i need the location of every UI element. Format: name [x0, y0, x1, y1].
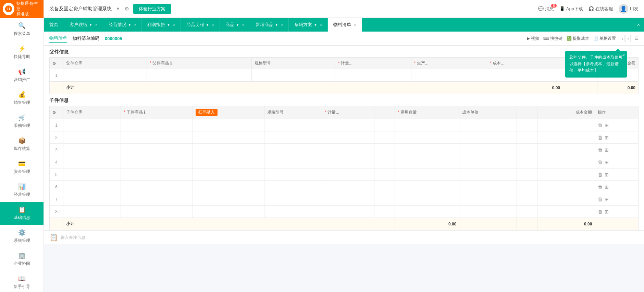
tooltip-close-btn[interactable]: ×	[622, 52, 625, 59]
sidebar-item-sales[interactable]: 💰 销售管理	[0, 87, 44, 110]
child-row-3-goods[interactable]	[121, 144, 193, 156]
copy-icon-3[interactable]: ⊞	[605, 147, 609, 153]
child-row-8-unitcost[interactable]	[459, 206, 517, 218]
child-row-2-unitcost[interactable]	[459, 131, 517, 144]
scan-btn[interactable]: 扫码录入	[196, 109, 218, 116]
child-row-4-unitcost[interactable]	[459, 156, 517, 168]
child-row-7-unit[interactable]	[322, 193, 374, 206]
tab-history-close[interactable]: ×	[212, 23, 214, 27]
copy-icon-2[interactable]: ⊞	[605, 135, 609, 140]
delete-icon-2[interactable]: 🗑	[598, 135, 603, 140]
tab-home[interactable]: 首页	[44, 18, 64, 32]
action-shortcut[interactable]: ⌨ 快捷键	[543, 36, 562, 42]
child-row-1-warehouse[interactable]	[63, 119, 121, 131]
child-row-4-unit[interactable]	[322, 156, 374, 168]
delete-icon-8[interactable]: 🗑	[598, 209, 603, 214]
child-row-2-unit[interactable]	[322, 131, 374, 144]
child-row-5-unit[interactable]	[322, 168, 374, 181]
child-row-5-qty[interactable]	[395, 168, 459, 181]
child-row-7-warehouse[interactable]	[63, 193, 121, 206]
child-row-7-goods[interactable]	[121, 193, 193, 206]
scroll-right-icon[interactable]: ›	[626, 35, 631, 42]
child-row-2-goods[interactable]	[121, 131, 193, 144]
parent-row-1-cost[interactable]	[487, 69, 563, 82]
child-row-5-goods[interactable]	[121, 168, 193, 181]
action-video[interactable]: ▶ 视频	[527, 36, 539, 42]
child-row-4-qty[interactable]	[395, 156, 459, 168]
child-row-6-qty[interactable]	[395, 181, 459, 193]
delete-icon-5[interactable]: 🗑	[598, 172, 603, 177]
user-menu[interactable]: 👤 用友	[619, 4, 639, 14]
message-btn[interactable]: 💬 消息 6	[538, 6, 554, 12]
tab-history[interactable]: 经营历程 ▼ ×	[181, 18, 220, 32]
copy-icon-4[interactable]: ⊞	[605, 160, 609, 165]
action-cost[interactable]: 💹 提取成本	[567, 36, 589, 42]
subtab-bom-list[interactable]: 物料清单	[49, 34, 67, 43]
child-row-5-unitcost[interactable]	[459, 168, 517, 181]
action-settings[interactable]: 📄 单据设置	[593, 36, 616, 42]
tab-operations[interactable]: 经营情况 ▼ ×	[103, 18, 142, 32]
settings-icon[interactable]: ⚙	[124, 5, 129, 12]
child-col-settings[interactable]: ⚙	[50, 106, 63, 119]
child-row-1-qty[interactable]	[395, 119, 459, 131]
child-row-4-spec[interactable]	[264, 156, 322, 168]
child-row-5-warehouse[interactable]	[63, 168, 121, 181]
child-row-3-unitcost[interactable]	[459, 144, 517, 156]
tab-operations-close[interactable]: ×	[134, 23, 136, 27]
tab-bom-close[interactable]: ×	[354, 23, 356, 27]
delete-icon-4[interactable]: 🗑	[598, 160, 603, 165]
child-row-3-warehouse[interactable]	[63, 144, 121, 156]
sidebar-item-basicinfo[interactable]: 📋 基础信息	[0, 202, 44, 225]
child-row-2-qty[interactable]	[395, 131, 459, 144]
child-row-2-warehouse[interactable]	[63, 131, 121, 144]
app-download-btn[interactable]: 📱 App下载	[559, 6, 583, 12]
sidebar-item-finance[interactable]: 💳 资金管理	[0, 156, 44, 179]
sidebar-item-guide[interactable]: 📖 新手引导	[0, 271, 44, 292]
scroll-left-icon[interactable]: ‹	[620, 35, 625, 42]
child-row-7-spec[interactable]	[264, 193, 322, 206]
tab-newgoods[interactable]: 新增商品 ▼ ×	[250, 18, 289, 32]
delete-icon-1[interactable]: 🗑	[598, 122, 603, 128]
child-row-7-unitcost[interactable]	[459, 193, 517, 206]
tab-barcode-close[interactable]: ×	[320, 23, 322, 27]
experience-btn[interactable]: 体验行业方案	[133, 4, 171, 14]
delete-icon-7[interactable]: 🗑	[598, 197, 603, 202]
copy-icon-7[interactable]: ⊞	[605, 197, 609, 202]
sidebar-item-quicknav[interactable]: ⚡ 快捷导航	[0, 41, 44, 64]
child-row-6-goods[interactable]	[121, 181, 193, 193]
child-row-3-spec[interactable]	[264, 144, 322, 156]
tab-goods-close[interactable]: ×	[242, 23, 244, 27]
child-row-6-spec[interactable]	[264, 181, 322, 193]
child-row-8-spec[interactable]	[264, 206, 322, 218]
child-row-1-spec[interactable]	[264, 119, 322, 131]
sidebar-item-sysadmin[interactable]: ⚙️ 系统管理	[0, 225, 44, 248]
child-row-3-qty[interactable]	[395, 144, 459, 156]
tab-customer[interactable]: 客户联络 ▼ ×	[64, 18, 103, 32]
child-row-1-unitcost[interactable]	[459, 119, 517, 131]
sidebar-item-marketing[interactable]: 📢 营销推广	[0, 64, 44, 87]
view-toggle-icon[interactable]: ☰	[635, 36, 639, 41]
parent-col-settings[interactable]: ⚙	[50, 58, 63, 69]
child-row-8-warehouse[interactable]	[63, 206, 121, 218]
child-row-6-unitcost[interactable]	[459, 181, 517, 193]
parent-row-1-production[interactable]	[411, 69, 487, 82]
sidebar-item-enterprise[interactable]: 🏢 企业协同	[0, 248, 44, 271]
tab-barcode[interactable]: 条码方案 ▼ ×	[289, 18, 328, 32]
child-row-4-warehouse[interactable]	[63, 156, 121, 168]
tab-profit-close[interactable]: ×	[173, 23, 175, 27]
child-row-1-unit[interactable]	[322, 119, 374, 131]
copy-icon-5[interactable]: ⊞	[605, 172, 609, 177]
parent-row-1-warehouse[interactable]	[63, 69, 147, 82]
child-row-2-spec[interactable]	[264, 131, 322, 144]
child-row-6-unit[interactable]	[322, 181, 374, 193]
child-row-6-warehouse[interactable]	[63, 181, 121, 193]
sidebar-item-inventory[interactable]: 📦 库存核算	[0, 133, 44, 156]
sidebar-item-purchase[interactable]: 🛒 采购管理	[0, 110, 44, 133]
dropdown-arrow-icon[interactable]: ▼	[116, 6, 120, 11]
online-service-btn[interactable]: 🎧 在线客服	[589, 6, 613, 12]
delete-icon-6[interactable]: 🗑	[598, 184, 603, 190]
tab-bom[interactable]: 物料清单 ×	[328, 18, 362, 32]
parent-row-1-spec[interactable]	[251, 69, 335, 82]
child-row-3-unit[interactable]	[322, 144, 374, 156]
tab-close-all[interactable]: ×	[633, 18, 644, 32]
